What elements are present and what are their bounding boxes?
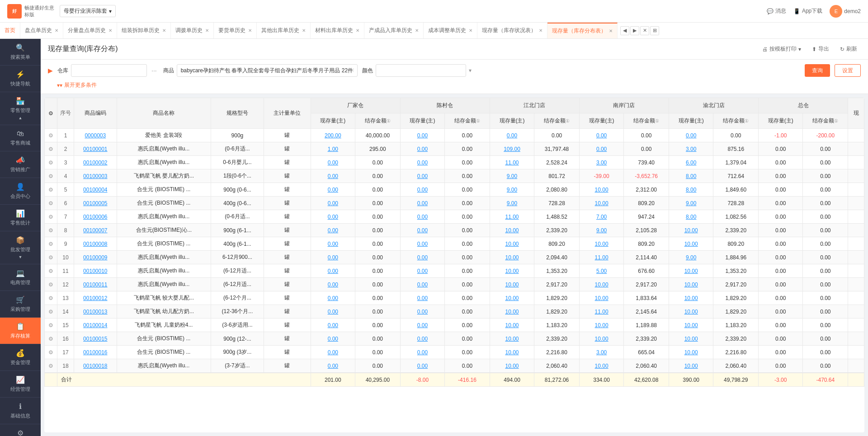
nav-prev-btn[interactable]: ◀ <box>620 26 629 35</box>
nav-tab-0[interactable]: 盘点单历史 ✕ <box>20 23 63 39</box>
nav-tab-4[interactable]: 要货单历史 ✕ <box>214 23 257 39</box>
close-icon[interactable]: ✕ <box>162 28 166 33</box>
row-fj-amt: 0.00 <box>355 359 400 373</box>
row-name: 惠氏启胤(Wyeth illu... <box>117 278 211 291</box>
close-icon[interactable]: ✕ <box>302 28 306 33</box>
row-cc-qty: 0.00 <box>400 332 444 346</box>
industry-dropdown[interactable]: 母婴行业演示陈套 ▾ <box>60 5 116 17</box>
row-settings[interactable]: ⚙ <box>45 305 57 319</box>
collapse-arrow[interactable]: ▶ <box>48 67 53 74</box>
footer-jb-qty: 494.00 <box>490 373 534 387</box>
nav-close-btn[interactable]: ✕ <box>640 26 649 35</box>
sidebar-item-retail-mall[interactable]: 🛍 零售商城 <box>0 125 41 151</box>
warehouse-input[interactable] <box>71 64 147 77</box>
close-icon[interactable]: ✕ <box>356 28 359 33</box>
sidebar-item-retail-mgmt[interactable]: 🏪 零售管理 ▲ <box>0 92 41 125</box>
nav-tab-8[interactable]: 成本调整单历史 ✕ <box>424 23 477 39</box>
sidebar-item-members[interactable]: 👤 会员中心 <box>0 178 41 205</box>
close-icon[interactable]: ✕ <box>55 28 58 33</box>
nav-next-btn[interactable]: ▶ <box>630 26 639 35</box>
warehouse-ellipsis-btn[interactable]: ··· <box>150 67 159 74</box>
nav-tab-1[interactable]: 分量盘点单历史 ✕ <box>63 23 117 39</box>
row-current <box>848 319 864 332</box>
color-input[interactable] <box>376 64 466 77</box>
row-settings[interactable]: ⚙ <box>45 129 57 142</box>
close-icon[interactable]: ✕ <box>205 28 209 33</box>
product-input[interactable] <box>177 64 358 77</box>
row-settings[interactable]: ⚙ <box>45 142 57 156</box>
row-settings[interactable]: ⚙ <box>45 319 57 332</box>
row-settings[interactable]: ⚙ <box>45 346 57 359</box>
row-settings[interactable]: ⚙ <box>45 197 57 210</box>
row-settings[interactable]: ⚙ <box>45 183 57 197</box>
close-icon[interactable]: ✕ <box>609 28 613 33</box>
close-icon[interactable]: ✕ <box>415 28 419 33</box>
refresh-btn[interactable]: ↻ 刷新 <box>836 43 861 55</box>
row-current <box>848 183 864 197</box>
sidebar-item-nav[interactable]: ⚡ 快捷导航 <box>0 66 41 92</box>
row-jb-qty: 10.00 <box>490 332 534 346</box>
row-settings[interactable]: ⚙ <box>45 359 57 373</box>
row-settings[interactable]: ⚙ <box>45 291 57 305</box>
row-no: 14 <box>57 305 74 319</box>
row-cc-qty: 0.00 <box>400 291 444 305</box>
row-settings[interactable]: ⚙ <box>45 332 57 346</box>
user-area[interactable]: E demo2 <box>830 5 861 18</box>
message-btn[interactable]: 💬 消息 <box>767 7 786 15</box>
row-settings[interactable]: ⚙ <box>45 210 57 224</box>
row-settings[interactable]: ⚙ <box>45 237 57 251</box>
chevron-down-icon: ▼ <box>19 255 23 259</box>
search-btn[interactable]: 查询 <box>805 64 830 77</box>
close-icon[interactable]: ✕ <box>539 28 542 33</box>
nav-tab-6[interactable]: 材料出库单历史 ✕ <box>311 23 364 39</box>
sidebar-item-inventory[interactable]: 📋 库存核算 <box>0 318 41 344</box>
sidebar-item-wholesale[interactable]: 📦 批发管理 ▼ <box>0 231 41 264</box>
row-cc-qty: 0.00 <box>400 210 444 224</box>
settings-btn[interactable]: 设置 <box>835 64 861 77</box>
sidebar-item-marketing[interactable]: 📣 营销推广 <box>0 151 41 178</box>
close-icon[interactable]: ✕ <box>469 28 472 33</box>
row-settings[interactable]: ⚙ <box>45 224 57 237</box>
sidebar-item-ecommerce[interactable]: 💻 电商管理 <box>0 264 41 291</box>
color-dropdown-icon[interactable]: ▾ <box>469 67 472 74</box>
print-btn[interactable]: 🖨 按模板打印 ▾ <box>759 43 805 55</box>
row-yb-amt: 2,216.80 <box>713 346 759 359</box>
sidebar-item-search[interactable]: 🔍 搜索英单 <box>0 39 41 66</box>
nav-menu-btn[interactable]: ⊞ <box>650 26 659 35</box>
close-icon[interactable]: ✕ <box>108 28 112 33</box>
expand-conditions-btn[interactable]: ▾▾ 展开更多条件 <box>57 81 97 89</box>
nav-home[interactable]: 首页 <box>0 23 20 39</box>
row-jb-amt: 1,488.52 <box>534 210 580 224</box>
close-icon[interactable]: ✕ <box>248 28 252 33</box>
row-na-amt: 676.60 <box>624 264 669 278</box>
store-icon: 🏪 <box>16 97 25 105</box>
nav-tab-9[interactable]: 现存量（库存状况表） ✕ <box>477 23 547 39</box>
row-cc-amt: 0.00 <box>445 142 490 156</box>
footer-label: 合计 <box>57 373 311 387</box>
export-btn[interactable]: ⬆ 导出 <box>808 43 833 55</box>
nav-tab-7[interactable]: 产成品入库单历史 ✕ <box>364 23 424 39</box>
row-na-amt: 0.00 <box>624 142 669 156</box>
row-settings[interactable]: ⚙ <box>45 156 57 169</box>
row-cc-amt: 0.00 <box>445 237 490 251</box>
sidebar-item-ops[interactable]: 📈 经营管理 <box>0 371 41 398</box>
table-settings-icon[interactable]: ⚙ <box>48 110 53 117</box>
nav-tab-2[interactable]: 组装拆卸单历史 ✕ <box>117 23 171 39</box>
nav-tab-active[interactable]: 现存量（库存分布表） ✕ <box>547 23 618 39</box>
sidebar-item-finance[interactable]: 💰 资金管理 <box>0 344 41 371</box>
row-settings[interactable]: ⚙ <box>45 264 57 278</box>
sidebar-item-purchase[interactable]: 🛒 采购管理 <box>0 291 41 318</box>
sidebar-item-base-info[interactable]: ℹ 基础信息 <box>0 398 41 424</box>
app-download-btn[interactable]: 📱 App下载 <box>793 7 822 15</box>
row-cc-amt: 0.00 <box>445 169 490 183</box>
row-settings[interactable]: ⚙ <box>45 278 57 291</box>
row-settings[interactable]: ⚙ <box>45 169 57 183</box>
sidebar-item-retail-stats[interactable]: 📊 零售统计 <box>0 205 41 231</box>
row-fj-qty: 1.00 <box>311 142 355 156</box>
row-no: 16 <box>57 332 74 346</box>
nav-tab-3[interactable]: 调拨单历史 ✕ <box>171 23 214 39</box>
row-yb-amt: 1,849.60 <box>713 183 759 197</box>
nav-tab-5[interactable]: 其他出库单历史 ✕ <box>257 23 311 39</box>
sidebar-item-system[interactable]: ⚙ 系统管理 <box>0 424 41 436</box>
row-settings[interactable]: ⚙ <box>45 251 57 264</box>
